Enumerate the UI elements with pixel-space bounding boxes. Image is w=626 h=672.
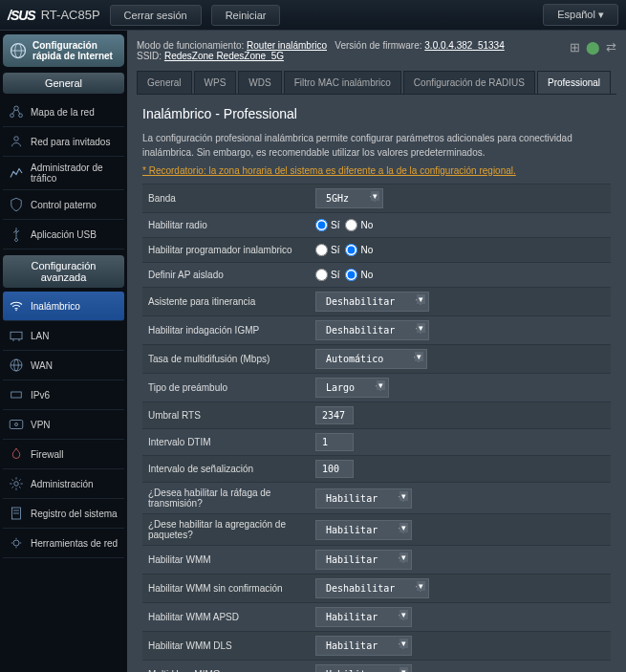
band-select[interactable]: 5GHz	[315, 188, 383, 208]
nav-label: VPN	[31, 420, 51, 430]
igmp-select[interactable]: Deshabilitar	[315, 320, 429, 340]
chevron-down-icon: ▾	[598, 9, 604, 20]
nav-label: IPv6	[31, 390, 50, 401]
roam-select[interactable]: Deshabilitar	[315, 292, 429, 312]
tabs: General WPS WDS Filtro MAC inalámbrico C…	[137, 71, 616, 95]
sidebar-item-network-map[interactable]: Mapa de la red	[3, 98, 124, 127]
wmmdls-select[interactable]: Habilitar	[315, 636, 412, 656]
svg-line-6	[12, 110, 14, 115]
sidebar-item-parental[interactable]: Control paterno	[3, 190, 124, 220]
wmm-select[interactable]: Habilitar	[315, 550, 412, 570]
map-icon	[8, 103, 25, 120]
nav-label: LAN	[31, 331, 49, 341]
page-title: Inalámbrico - Professional	[142, 106, 611, 121]
pktagg-select[interactable]: Habilitar	[315, 520, 412, 540]
language-label: Español	[557, 9, 595, 20]
label-wmmdls: Habilitar WMM DLS	[142, 636, 310, 656]
sidebar-item-log[interactable]: Registro del sistema	[3, 499, 124, 529]
timezone-reminder[interactable]: * Recordatorio: la zona horaria del sist…	[142, 165, 611, 176]
logout-button[interactable]: Cerrar sesión	[110, 5, 202, 26]
wmmna-select[interactable]: Deshabilitar	[315, 578, 429, 598]
nav-label: Control paterno	[31, 200, 97, 210]
apiso-yes[interactable]	[315, 269, 328, 281]
tab-wps[interactable]: WPS	[194, 71, 237, 94]
sched-yes[interactable]	[315, 244, 328, 256]
vpn-icon	[8, 416, 25, 433]
nav-label: Red para invitados	[31, 137, 110, 147]
sidebar-item-wireless[interactable]: Inalámbrico	[3, 292, 124, 321]
reboot-button[interactable]: Reiniciar	[211, 5, 281, 26]
settings-form: Banda5GHz Habilitar radioSíNo Habilitar …	[142, 184, 611, 672]
sidebar-item-tools[interactable]: Herramientas de red	[3, 529, 124, 558]
label-preamble: Tipo de preámbulo	[142, 378, 310, 398]
tab-mac-filter[interactable]: Filtro MAC inalámbrico	[284, 71, 401, 94]
sidebar-item-traffic[interactable]: Administrador de tráfico	[3, 157, 124, 190]
label-radio: Habilitar radio	[142, 215, 310, 235]
wifi-icon	[8, 297, 25, 314]
apiso-no[interactable]	[345, 269, 357, 281]
sidebar: Configuración rápida de Internet General…	[0, 31, 127, 672]
svg-point-19	[14, 482, 19, 487]
wmmapsd-select[interactable]: Habilitar	[315, 607, 412, 627]
label-wmm: Habilitar WMM	[142, 550, 310, 570]
sidebar-item-guest[interactable]: Red para invitados	[3, 127, 124, 157]
label-dtim: Intervalo DTIM	[142, 432, 310, 452]
nav-label: Firewall	[31, 449, 63, 460]
svg-rect-17	[10, 421, 23, 429]
model-name: RT-AC85P	[41, 8, 100, 22]
preamble-select[interactable]: Largo	[315, 378, 389, 398]
txburst-select[interactable]: Habilitar	[315, 488, 412, 509]
svg-line-7	[18, 110, 20, 115]
sidebar-item-usb[interactable]: Aplicación USB	[3, 220, 124, 249]
language-select[interactable]: Español ▾	[543, 4, 618, 26]
sidebar-item-vpn[interactable]: VPN	[3, 410, 124, 440]
label-wmmapsd: Habilitar WMM APSD	[142, 607, 310, 627]
dtim-input[interactable]	[315, 433, 354, 451]
quick-label: Configuración rápida de Internet	[32, 40, 119, 61]
sidebar-item-admin[interactable]: Administración	[3, 469, 124, 499]
usb-icon	[8, 226, 25, 243]
tab-general[interactable]: General	[137, 71, 192, 94]
radio-enable-yes[interactable]	[315, 219, 328, 231]
svg-point-5	[19, 114, 23, 118]
tab-professional[interactable]: Professional	[537, 71, 611, 94]
sidebar-item-lan[interactable]: LAN	[3, 321, 124, 351]
gear-icon	[8, 475, 25, 492]
rts-input[interactable]	[315, 406, 354, 424]
firewall-icon	[8, 445, 25, 463]
quick-internet-setup[interactable]: Configuración rápida de Internet	[3, 34, 124, 67]
tab-radius[interactable]: Configuración de RADIUS	[403, 71, 535, 94]
mcast-select[interactable]: Automático	[315, 349, 427, 369]
beacon-input[interactable]	[315, 460, 354, 478]
svg-point-8	[14, 137, 19, 141]
nav-label: Registro del sistema	[31, 509, 118, 519]
link-icon[interactable]: ⇄	[606, 40, 616, 54]
label-txburst: ¿Desea habilitar la ráfaga de transmisió…	[142, 483, 310, 513]
nav-label: Aplicación USB	[31, 229, 97, 240]
nav-label: Inalámbrico	[31, 301, 80, 312]
sched-no[interactable]	[345, 244, 357, 256]
wan-icon	[8, 357, 25, 374]
mumimo-select[interactable]: Habilitar	[315, 664, 412, 672]
sitemap-icon[interactable]: ⊞	[570, 40, 580, 54]
label-apiso: Definir AP aislado	[142, 265, 310, 285]
nav-label: Administración	[31, 479, 94, 489]
label-wmmna: Habilitar WMM sin confirmación	[142, 578, 310, 598]
label-mcast: Tasa de multidifusión (Mbps)	[142, 349, 310, 369]
sidebar-item-wan[interactable]: WAN	[3, 351, 124, 380]
nav-label: Mapa de la red	[31, 107, 95, 118]
fw-version[interactable]: 3.0.0.4.382_51334	[424, 40, 504, 51]
radio-enable-no[interactable]	[345, 219, 357, 231]
globe-icon	[9, 41, 28, 60]
sidebar-item-firewall[interactable]: Firewall	[3, 440, 124, 469]
usb-status-icon[interactable]: ⬤	[586, 40, 600, 54]
label-mumimo: Multi-User MIMO	[142, 664, 310, 672]
label-pktagg: ¿Dese habilitar la agregación de paquete…	[142, 514, 310, 545]
traffic-icon	[8, 164, 25, 182]
tab-wds[interactable]: WDS	[238, 71, 281, 94]
sidebar-item-ipv6[interactable]: IPv6	[3, 380, 124, 410]
label-igmp: Habilitar indagación IGMP	[142, 320, 310, 340]
label-beacon: Intervalo de señalización	[142, 459, 310, 479]
op-mode[interactable]: Router inalámbrico	[247, 40, 327, 51]
lan-icon	[8, 327, 25, 344]
